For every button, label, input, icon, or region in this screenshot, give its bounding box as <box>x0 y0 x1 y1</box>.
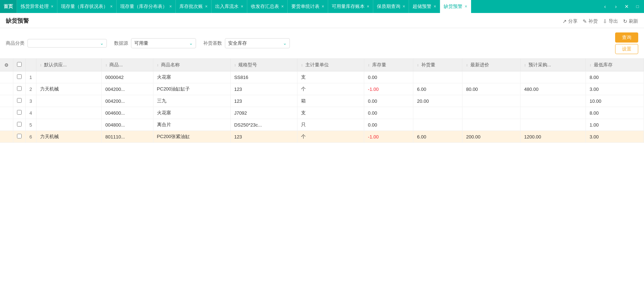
refresh-button[interactable]: ↻ 刷新 <box>623 18 638 25</box>
refresh-icon: ↻ <box>623 18 627 24</box>
close-tab-batch-account-icon[interactable]: × <box>205 4 208 9</box>
col-est-purchase[interactable]: ↕ 预计采购... <box>520 59 586 71</box>
row-checkbox-cell[interactable] <box>13 71 25 83</box>
row-stock-qty: 0.00 <box>364 119 413 131</box>
row-checkbox-3[interactable] <box>17 110 22 115</box>
close-tab-inventory-status-icon[interactable]: × <box>110 4 113 9</box>
table-row: 5 004800... 离合片 DS250*23c... 只 0.00 1.00 <box>0 119 644 131</box>
row-checkbox-2[interactable] <box>17 98 22 103</box>
nav-tab-inventory-status[interactable]: 现存量（库存状况表）× <box>57 0 117 13</box>
select-all-checkbox[interactable] <box>17 62 22 67</box>
row-spec-model: SS816 <box>230 71 297 83</box>
nav-next-button[interactable]: › <box>611 1 621 12</box>
table-row: 4 004600... 火花塞 J7092 支 0.00 8.00 <box>0 107 644 119</box>
close-tab-expiry-query-icon[interactable]: × <box>402 4 405 9</box>
query-button[interactable]: 查询 <box>615 32 638 43</box>
sort-est-purchase-icon: ↕ <box>524 63 526 67</box>
row-checkbox-4[interactable] <box>17 122 22 127</box>
nav-close-button[interactable]: ✕ <box>622 1 632 12</box>
col-replenish-qty[interactable]: ↕ 补货量 <box>413 59 462 71</box>
close-tab-avail-ledger-icon[interactable]: × <box>367 4 369 9</box>
row-unit: 支 <box>297 71 364 83</box>
row-checkbox-cell[interactable] <box>13 107 25 119</box>
row-min-stock: 8.00 <box>586 71 644 83</box>
row-replenish-qty <box>413 71 462 83</box>
row-est-purchase: 480.00 <box>520 83 586 95</box>
col-product-code[interactable]: ↕ 商品... <box>101 59 153 71</box>
close-tab-recv-summary-icon[interactable]: × <box>281 4 284 9</box>
col-min-stock[interactable]: ↕ 最低库存 <box>586 59 644 71</box>
share-icon: ↗ <box>562 18 567 24</box>
row-unit: 支 <box>297 107 364 119</box>
nav-tab-avail-ledger[interactable]: 可用量库存账本× <box>328 0 373 13</box>
row-number: 5 <box>25 119 36 131</box>
nav-tab-inventory-dist[interactable]: 现存量（库存分布表）× <box>117 0 176 13</box>
row-checkbox-cell[interactable] <box>13 83 25 95</box>
settings-gear-icon: ⚙ <box>4 62 9 68</box>
col-product-name[interactable]: ↕ 商品名称 <box>153 59 230 71</box>
row-product-code: 004200... <box>101 83 153 95</box>
replenish-button[interactable]: ✎ 补货 <box>583 18 598 25</box>
close-tab-defect-proc-icon[interactable]: × <box>51 4 53 9</box>
nav-fullscreen-button[interactable]: □ <box>632 1 643 12</box>
replenish-icon: ✎ <box>583 18 587 24</box>
col-spec-model[interactable]: ↕ 规格型号 <box>230 59 297 71</box>
export-button[interactable]: ⇩ 导出 <box>603 18 618 25</box>
nav-tab-overstock[interactable]: 超储预警× <box>409 0 440 13</box>
close-tab-inventory-dist-icon[interactable]: × <box>169 4 172 9</box>
header-actions: ↗ 分享 ✎ 补货 ⇩ 导出 ↻ 刷新 <box>562 18 638 25</box>
row-checkbox-cell[interactable] <box>13 131 25 143</box>
table-header-row: ⚙ ↕ 默认供应... ↕ 商品... ↕ <box>0 59 644 71</box>
row-replenish-qty: 20.00 <box>413 95 462 107</box>
close-tab-demand-stats-icon[interactable]: × <box>322 4 324 9</box>
col-settings[interactable]: ⚙ <box>0 59 13 71</box>
row-latest-price: 200.00 <box>462 131 521 143</box>
nav-tab-defect-proc[interactable]: 拣货异常处理× <box>17 0 57 13</box>
table-row: 6 力天机械 801110... PC200张紧油缸 123 个 -1.00 6… <box>0 131 644 143</box>
col-row-num <box>25 59 36 71</box>
col-default-supplier[interactable]: ↕ 默认供应... <box>36 59 101 71</box>
row-checkbox-cell[interactable] <box>13 119 25 131</box>
nav-tab-demand-stats[interactable]: 要货单统计表× <box>288 0 328 13</box>
row-spec-model: DS250*23c... <box>230 119 297 131</box>
datasource-select[interactable]: 可用量 ⌄ <box>131 38 196 48</box>
row-product-name: PC200张紧油缸 <box>153 131 230 143</box>
row-latest-price <box>462 71 521 83</box>
col-select-all[interactable] <box>13 59 25 71</box>
nav-tab-home[interactable]: 首页 <box>0 0 17 13</box>
nav-prev-button[interactable]: ‹ <box>600 1 610 12</box>
row-latest-price <box>462 119 521 131</box>
datasource-chevron-icon: ⌄ <box>189 41 193 46</box>
settings-button[interactable]: 设置 <box>615 44 638 54</box>
table-row: 3 004200... 三九 123 箱 0.00 20.00 10.00 <box>0 95 644 107</box>
sort-product-name-icon: ↕ <box>157 63 159 67</box>
category-label: 商品分类 <box>6 40 25 47</box>
row-unit: 只 <box>297 119 364 131</box>
nav-tab-recv-summary[interactable]: 收发存汇总表× <box>247 0 288 13</box>
close-tab-inout-flow-icon[interactable]: × <box>241 4 243 9</box>
replenish-basis-label: 补货基数 <box>203 40 222 47</box>
nav-tab-shortage[interactable]: 缺货预警× <box>440 0 471 13</box>
nav-tab-expiry-query[interactable]: 保质期查询× <box>373 0 409 13</box>
sort-replenish-icon: ↕ <box>417 63 419 67</box>
replenish-basis-select[interactable]: 安全库存 ⌄ <box>225 38 290 48</box>
row-unit: 个 <box>297 83 364 95</box>
close-tab-shortage-icon[interactable]: × <box>465 4 467 9</box>
nav-tab-inout-flow[interactable]: 出入库流水× <box>212 0 247 13</box>
category-select[interactable]: ⌄ <box>27 39 107 48</box>
row-product-code: 004200... <box>101 95 153 107</box>
top-nav: 首页拣货异常处理×现存量（库存状况表）×现存量（库存分布表）×库存批次账×出入库… <box>0 0 644 13</box>
col-unit[interactable]: ↕ 主计量单位 <box>297 59 364 71</box>
col-stock-qty[interactable]: ↕ 库存量 <box>364 59 413 71</box>
replenish-basis-filter-group: 补货基数 安全库存 ⌄ <box>203 38 290 48</box>
row-checkbox-cell[interactable] <box>13 95 25 107</box>
row-supplier: 力天机械 <box>36 131 101 143</box>
row-checkbox-1[interactable] <box>17 86 22 91</box>
row-min-stock: 3.00 <box>586 83 644 95</box>
row-checkbox-0[interactable] <box>17 74 22 79</box>
row-checkbox-5[interactable] <box>17 134 22 138</box>
nav-tab-batch-account[interactable]: 库存批次账× <box>176 0 212 13</box>
share-button[interactable]: ↗ 分享 <box>562 18 578 25</box>
close-tab-overstock-icon[interactable]: × <box>434 4 436 9</box>
col-latest-price[interactable]: ↕ 最新进价 <box>462 59 521 71</box>
